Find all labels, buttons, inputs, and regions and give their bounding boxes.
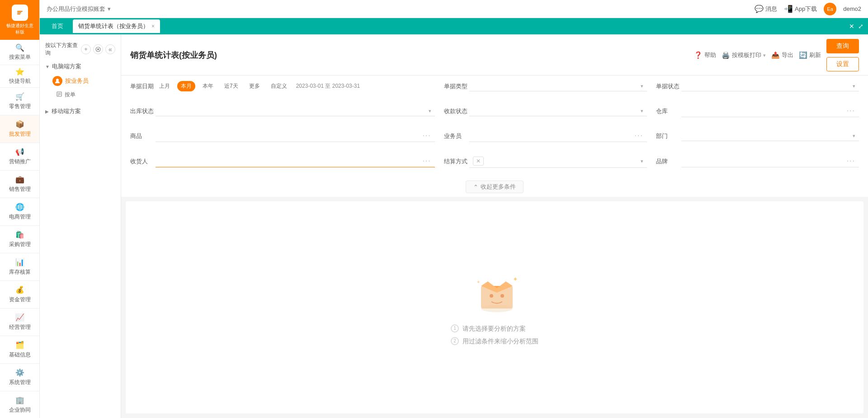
order-type-input[interactable]: ▾ <box>469 81 647 91</box>
tab-active[interactable]: 销货单统计表（按业务员） × <box>73 19 160 33</box>
svg-point-10 <box>490 294 493 298</box>
scheme-group-mobile[interactable]: ▶ 移动端方案 <box>40 104 121 118</box>
print-label: 按模板打印 <box>732 51 761 59</box>
settlement-tag-close[interactable]: ✕ <box>476 158 481 164</box>
sidebar-item-system[interactable]: ⚙️ 系统管理 <box>0 364 39 391</box>
payment-status-dropdown-icon: ▾ <box>641 108 643 114</box>
mobile-group-expand-icon: ▶ <box>45 109 49 114</box>
help-btn[interactable]: ❓ 帮助 <box>694 51 716 59</box>
sidebar-item-retail[interactable]: 🛒 零售管理 <box>0 88 39 115</box>
action-buttons: 查询 设置 <box>826 39 859 71</box>
scheme-salesperson-label: 按业务员 <box>65 77 89 85</box>
sidebar-item-inventory[interactable]: 📊 库存核算 <box>0 253 39 281</box>
sidebar-item-finance[interactable]: 💰 资金管理 <box>0 281 39 309</box>
settings-btn[interactable]: 设置 <box>826 57 859 71</box>
tab-maximize-btn[interactable]: ⤢ <box>858 23 863 30</box>
sidebar-item-purchase[interactable]: 🛍️ 采购管理 <box>0 226 39 253</box>
system-icon: ⚙️ <box>15 368 24 377</box>
sidebar-logo[interactable]: 畅捷通好生意 标版 <box>0 0 39 40</box>
empty-text: 1 请先选择要分析的方案 2 用过滤条件来缩小分析范围 <box>451 322 538 347</box>
sidebar-marketing-label: 营销推广 <box>9 158 31 166</box>
filter-settlement-field: 结算方式 ✕ ▾ <box>444 155 647 168</box>
purchase-icon: 🛍️ <box>15 230 24 239</box>
filter-row-3: 商品 ··· 业务员 ··· 部门 <box>130 126 859 146</box>
export-label: 导出 <box>782 51 793 59</box>
edit-scheme-btn[interactable] <box>93 44 103 54</box>
date-btn-last-month[interactable]: 上月 <box>156 81 174 91</box>
page-header-actions: ❓ 帮助 🖨️ 按模板打印 ▾ 📤 导出 🔄 刷新 <box>694 39 859 71</box>
add-scheme-btn[interactable]: + <box>81 44 91 54</box>
filter-salesperson-field: 业务员 ··· <box>444 130 647 142</box>
scheme-item-by-order[interactable]: 按单 <box>43 89 117 101</box>
salesperson-input[interactable]: ··· <box>469 130 647 142</box>
sidebar-item-basic[interactable]: 🗂️ 基础信息 <box>0 336 39 364</box>
app-download-btn[interactable]: 📲 App下载 <box>784 5 817 13</box>
order-scheme-icon <box>56 91 62 99</box>
sidebar-item-enterprise[interactable]: 🏢 企业协同 <box>0 391 39 418</box>
order-status-input[interactable]: ▾ <box>681 81 859 91</box>
scheme-group-desktop-label[interactable]: ▼ 电脑端方案 <box>43 60 117 73</box>
date-btn-this-month[interactable]: 本月 <box>177 81 195 91</box>
date-filter-options: 上月 本月 本年 近7天 更多 自定义 2023-03-01 至 2023-03… <box>156 81 360 91</box>
query-btn[interactable]: 查询 <box>826 39 859 53</box>
user-avatar[interactable]: Ea <box>824 3 836 15</box>
salesperson-scheme-icon <box>52 76 62 86</box>
sidebar-retail-label: 零售管理 <box>9 103 31 110</box>
brand-input[interactable]: ··· <box>681 155 859 167</box>
empty-illustration: ✦ ✦ <box>472 268 517 313</box>
stock-status-input[interactable]: ▾ <box>156 106 435 116</box>
sidebar-finance-label: 资金管理 <box>9 296 31 304</box>
department-dropdown-icon: ▾ <box>853 133 855 139</box>
sidebar-search-item[interactable]: 🔍 搜索菜单 <box>0 40 39 65</box>
breadcrumb-dropdown[interactable]: ▾ <box>108 5 111 12</box>
sidebar-item-marketing[interactable]: 📢 营销推广 <box>0 143 39 171</box>
stock-status-label: 出库状态 <box>130 107 156 115</box>
settlement-tag: ✕ <box>473 157 484 166</box>
ecommerce-icon: 🌐 <box>15 203 24 211</box>
print-btn[interactable]: 🖨️ 按模板打印 ▾ <box>722 51 766 59</box>
messages-btn[interactable]: 💬 消息 <box>755 5 777 13</box>
settlement-input[interactable]: ✕ ▾ <box>469 155 647 168</box>
product-input[interactable]: ··· <box>156 130 435 142</box>
export-btn[interactable]: 📤 导出 <box>771 51 793 59</box>
warehouse-input[interactable]: ··· <box>681 105 859 117</box>
date-btn-this-year[interactable]: 本年 <box>199 81 217 91</box>
tab-home[interactable]: 首页 <box>44 19 71 33</box>
warehouse-label: 仓库 <box>656 107 681 115</box>
recipient-input[interactable]: ··· <box>156 155 435 167</box>
tab-close-window-btn[interactable]: ✕ <box>849 23 854 30</box>
marketing-icon: 📢 <box>15 147 24 156</box>
enterprise-icon: 🏢 <box>15 396 24 404</box>
department-input[interactable]: ▾ <box>681 131 859 141</box>
filter-warehouse-field: 仓库 ··· <box>656 105 859 117</box>
sidebar-search-label: 搜索菜单 <box>9 53 31 61</box>
department-label: 部门 <box>656 132 681 140</box>
payment-status-input[interactable]: ▾ <box>469 106 647 116</box>
date-btn-more[interactable]: 更多 <box>245 81 264 91</box>
collapse-more-btn[interactable]: ⌃ 收起更多条件 <box>466 180 524 193</box>
print-dropdown-icon[interactable]: ▾ <box>763 52 766 58</box>
payment-status-label: 收款状态 <box>444 107 469 115</box>
filter-order-status-field: 单据状态 ▾ <box>656 81 859 91</box>
sidebar-item-sales[interactable]: 💼 销售管理 <box>0 171 39 198</box>
tab-close-btn[interactable]: × <box>151 23 155 29</box>
left-panel-title-text: 按以下方案查询 <box>45 42 81 57</box>
sidebar-item-operations[interactable]: 📈 经营管理 <box>0 309 39 336</box>
refresh-btn[interactable]: 🔄 刷新 <box>799 51 821 59</box>
sidebar-quick-nav[interactable]: ⭐ 快捷导航 <box>0 65 39 88</box>
date-btn-last-7-days[interactable]: 近7天 <box>221 81 242 91</box>
sidebar-item-ecommerce[interactable]: 🌐 电商管理 <box>0 198 39 226</box>
collapse-icon: ⌃ <box>473 184 478 190</box>
collapse-row: ⌃ 收起更多条件 <box>130 177 859 197</box>
right-panel: 销货单统计表(按业务员) ❓ 帮助 🖨️ 按模板打印 ▾ 📤 导出 <box>121 34 868 418</box>
user-avatar-text: Ea <box>827 6 833 12</box>
scheme-item-by-salesperson[interactable]: 按业务员 <box>43 73 117 89</box>
logo-text: 畅捷通好生意 标版 <box>6 23 33 35</box>
sidebar-item-wholesale[interactable]: 📦 批发管理 <box>0 115 39 143</box>
stock-status-dropdown-icon: ▾ <box>429 108 431 114</box>
filter-stock-status-field: 出库状态 ▾ <box>130 106 435 116</box>
collapse-panel-btn[interactable]: « <box>105 44 115 54</box>
breadcrumb: 办公用品行业模拟账套 ▾ <box>47 5 755 13</box>
date-btn-custom[interactable]: 自定义 <box>267 81 291 91</box>
warehouse-more-icon: ··· <box>847 107 855 115</box>
